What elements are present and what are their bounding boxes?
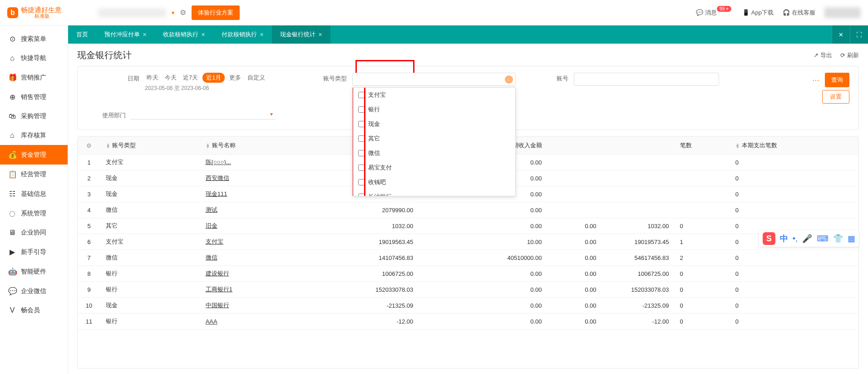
sidebar-icon: ⌂	[8, 131, 16, 140]
online-service-link[interactable]: 🎧 在线客服	[783, 9, 815, 17]
dept-filter: 使用部门 ▾	[100, 109, 276, 120]
close-icon[interactable]: ✕	[260, 32, 264, 38]
dropdown-item-4[interactable]: 微信	[353, 146, 515, 160]
dropdown-checkbox[interactable]	[358, 106, 365, 113]
ime-lang-label[interactable]: 中	[780, 233, 788, 244]
dropdown-item-1[interactable]: 银行	[353, 102, 515, 117]
account-name-link[interactable]: 工商银行1	[206, 286, 232, 293]
account-name-link[interactable]: 西安微信	[206, 175, 229, 181]
cell-account-type: 银行	[100, 266, 200, 282]
table-config-header[interactable]: ⚙	[78, 137, 100, 155]
refresh-button[interactable]: ⟳ 刷新	[840, 51, 859, 60]
sogou-logo-icon[interactable]: S	[763, 232, 775, 245]
dropdown-item-7[interactable]: 长沙银行	[353, 189, 515, 196]
account-name-link[interactable]: 现金111	[206, 190, 227, 197]
search-button[interactable]: 查询	[825, 73, 849, 87]
dropdown-item-6[interactable]: 收钱吧	[353, 175, 515, 189]
sidebar-item-6[interactable]: 💰资金管理	[0, 145, 68, 165]
date-chip-5[interactable]: 自定义	[246, 73, 267, 83]
sidebar-item-13[interactable]: 💬企业微信	[0, 281, 68, 301]
close-icon[interactable]: ✕	[318, 32, 322, 38]
app-download-link[interactable]: 📱 App下载	[742, 9, 774, 17]
messages-link[interactable]: 💬 消息 99 +	[696, 9, 733, 17]
dropdown-item-5[interactable]: 易宝支付	[353, 160, 515, 175]
dropdown-checkbox[interactable]	[358, 121, 365, 127]
account-name-link[interactable]: 测试	[206, 206, 217, 213]
ime-toolbox-icon[interactable]: ▦	[848, 234, 855, 244]
tab-2[interactable]: 收款核销执行✕	[155, 25, 213, 44]
date-chip-3[interactable]: 近1月	[202, 73, 225, 83]
account-name-link[interactable]: 建设银行	[206, 270, 229, 277]
sidebar-item-10[interactable]: 🖥企业协同	[0, 223, 68, 242]
export-button[interactable]: ↗ 导出	[814, 51, 832, 60]
account-name-link[interactable]: 微信	[206, 254, 217, 261]
cell-account-name: 工商银行1	[200, 282, 300, 298]
sidebar-item-5[interactable]: ⌂库存核算	[0, 126, 68, 145]
org-selector[interactable]: ▾ ⚙ 体验行业方案	[98, 5, 240, 20]
row-index: 1	[78, 155, 100, 170]
tab-label: 首页	[76, 30, 88, 39]
cell-account-name: AAA	[200, 314, 300, 329]
settings-button[interactable]: 设置	[822, 90, 849, 104]
tab-fullscreen-button[interactable]: ⛶	[850, 25, 868, 44]
collapse-toggle-icon[interactable]: ︿	[505, 75, 513, 84]
sidebar-item-12[interactable]: 🤖智能硬件	[0, 262, 68, 281]
dropdown-checkbox[interactable]	[358, 194, 365, 196]
sidebar-item-3[interactable]: ⊕销售管理	[0, 87, 68, 107]
experience-button[interactable]: 体验行业方案	[192, 5, 240, 20]
ime-skin-icon[interactable]: 👕	[833, 234, 843, 244]
sidebar-item-7[interactable]: 📋经营管理	[0, 165, 68, 184]
sidebar-item-1[interactable]: ⌂快捷导航	[0, 49, 68, 68]
ime-punct-icon[interactable]: •,	[793, 234, 798, 244]
tab-close-all-button[interactable]: ✕	[832, 25, 850, 44]
col-out-count[interactable]: ▲▼本期支出笔数	[730, 137, 858, 155]
table-row: 11银行AAA-12.000.000.00-12.0000	[78, 314, 858, 329]
more-filters-button[interactable]: ⋯	[812, 76, 820, 85]
sidebar-item-2[interactable]: 🎁营销推广	[0, 68, 68, 87]
dropdown-checkbox[interactable]	[358, 179, 365, 185]
dropdown-checkbox[interactable]	[358, 165, 365, 171]
col-account-type[interactable]: ▲▼账号类型	[100, 137, 200, 155]
cell-account-name: 中国银行	[200, 298, 300, 314]
account-name-link[interactable]: AAA	[206, 318, 217, 325]
close-icon[interactable]: ✕	[143, 32, 147, 38]
user-avatar-blurred[interactable]	[824, 7, 861, 18]
col-count[interactable]: 笔数	[675, 137, 730, 155]
close-icon[interactable]: ✕	[201, 32, 205, 38]
dropdown-item-3[interactable]: 其它	[353, 131, 515, 146]
account-name-link[interactable]: 陈(○○○)...	[206, 159, 231, 165]
date-chip-4[interactable]: 更多	[227, 73, 243, 83]
col-account-name[interactable]: ▲▼账号名称	[200, 137, 300, 155]
sidebar-item-8[interactable]: ☷基础信息	[0, 184, 68, 204]
sidebar-item-label: 基础信息	[21, 190, 46, 198]
sidebar-item-14[interactable]: V畅会员	[0, 301, 68, 320]
account-name-link[interactable]: 中国银行	[206, 302, 229, 309]
ime-keyboard-icon[interactable]: ⌨	[817, 234, 829, 244]
sort-icon: ▲▼	[106, 143, 110, 149]
cell-account-name: 西安微信	[200, 170, 300, 186]
tab-3[interactable]: 付款核销执行✕	[213, 25, 272, 44]
dept-select[interactable]: ▾	[130, 109, 276, 120]
sidebar-item-0[interactable]: ⊙搜索菜单	[0, 29, 68, 49]
account-name-link[interactable]: 旧金	[206, 222, 217, 229]
sidebar-item-4[interactable]: 🛍采购管理	[0, 107, 68, 126]
sidebar-item-11[interactable]: ▶新手引导	[0, 242, 68, 262]
account-input[interactable]	[574, 73, 719, 86]
tab-0[interactable]: 首页	[68, 25, 96, 44]
date-chip-0[interactable]: 昨天	[145, 73, 160, 83]
tab-4[interactable]: 现金银行统计✕	[272, 25, 330, 44]
date-chip-1[interactable]: 今天	[163, 73, 178, 83]
dropdown-checkbox[interactable]	[358, 150, 365, 156]
dropdown-checkbox[interactable]	[358, 135, 365, 142]
date-chip-2[interactable]: 近7天	[181, 73, 200, 83]
account-name-link[interactable]: 支付宝	[206, 238, 223, 245]
tab-1[interactable]: 预付冲应付单✕	[96, 25, 155, 44]
account-type-input[interactable]	[352, 73, 516, 86]
sidebar-icon: ⊙	[8, 35, 16, 43]
dropdown-item-0[interactable]: 支付宝	[353, 88, 515, 102]
dropdown-checkbox[interactable]	[358, 92, 365, 98]
dropdown-item-2[interactable]: 现金	[353, 117, 515, 131]
sidebar-item-9[interactable]: ◌系统管理	[0, 204, 68, 223]
ime-mic-icon[interactable]: 🎤	[802, 234, 812, 244]
gear-icon[interactable]: ⚙	[180, 8, 186, 17]
